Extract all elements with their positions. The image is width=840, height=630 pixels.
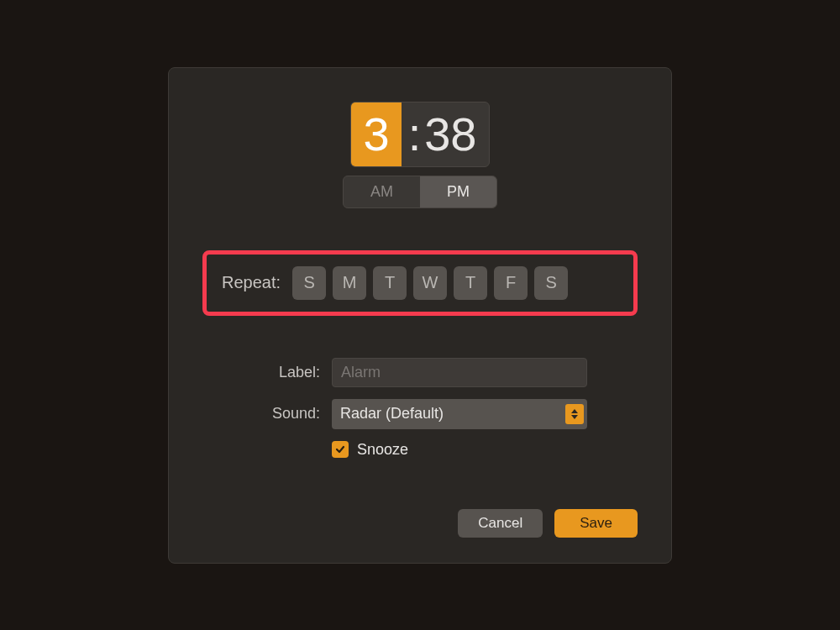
sound-field-label: Sound: (253, 405, 320, 423)
hour-input[interactable]: 3 (351, 102, 401, 166)
day-wednesday[interactable]: W (413, 266, 447, 300)
snooze-row: Snooze (253, 441, 587, 459)
day-monday[interactable]: M (333, 266, 366, 300)
snooze-label: Snooze (357, 441, 408, 459)
day-tuesday[interactable]: T (373, 266, 407, 300)
label-row: Label: (253, 358, 587, 387)
day-friday[interactable]: F (494, 266, 528, 300)
time-separator: : (402, 102, 425, 166)
alarm-edit-dialog: 3 : 38 AM PM Repeat: S M T W T F S Label… (168, 67, 672, 564)
pm-option[interactable]: PM (420, 176, 496, 207)
day-thursday[interactable]: T (454, 266, 487, 300)
repeat-section-highlighted: Repeat: S M T W T F S (202, 250, 638, 316)
label-input[interactable] (332, 358, 587, 387)
button-row: Cancel Save (202, 509, 638, 538)
day-sunday[interactable]: S (292, 266, 326, 300)
save-button[interactable]: Save (554, 509, 638, 538)
snooze-checkbox[interactable] (332, 441, 349, 458)
stepper-arrows-icon (565, 404, 584, 424)
repeat-days-row: S M T W T F S (292, 266, 568, 300)
sound-select[interactable]: Radar (Default) (332, 399, 587, 429)
repeat-label: Repeat: (222, 273, 281, 292)
label-field-label: Label: (253, 364, 320, 381)
minute-input[interactable]: 38 (424, 102, 488, 166)
am-option[interactable]: AM (344, 176, 420, 207)
day-saturday[interactable]: S (534, 266, 568, 300)
cancel-button[interactable]: Cancel (458, 509, 543, 538)
form-section: Label: Sound: Radar (Default) Snooze (202, 358, 638, 459)
checkmark-icon (335, 444, 345, 454)
sound-select-value: Radar (Default) (340, 405, 565, 423)
time-display: 3 : 38 (350, 102, 489, 167)
ampm-toggle: AM PM (343, 176, 497, 208)
sound-row: Sound: Radar (Default) (253, 399, 587, 429)
time-section: 3 : 38 AM PM (202, 102, 638, 208)
